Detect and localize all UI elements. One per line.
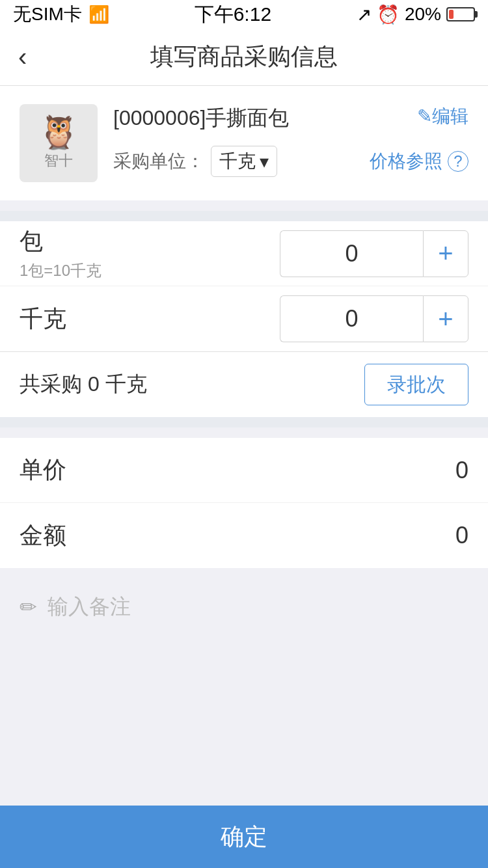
kg-controls: 0 + (280, 295, 468, 342)
edit-button[interactable]: ✎编辑 (417, 104, 468, 129)
section-divider-1 (0, 211, 488, 221)
alarm-icon: ⏰ (377, 4, 400, 25)
bao-label: 包 1包=10千克 (20, 226, 102, 281)
section-divider-3 (0, 417, 488, 427)
summary-text: 共采购 0 千克 (20, 370, 147, 399)
unit-label: 采购单位： 千克 ▾ (113, 146, 277, 177)
bao-input-row: 包 1包=10千克 0 + (0, 221, 488, 286)
bao-label-sub: 1包=10千克 (20, 260, 102, 281)
back-button[interactable]: ‹ (18, 42, 27, 72)
page-title: 填写商品采购信息 (150, 41, 338, 73)
unit-price-row: 单价 0 (0, 438, 488, 503)
bao-controls: 0 + (280, 230, 468, 277)
status-right: ↗ ⏰ 20% (357, 4, 475, 25)
gps-icon: ↗ (357, 4, 372, 25)
status-bar: 无SIM卡 📶 下午6:12 ↗ ⏰ 20% (0, 0, 488, 29)
status-left: 无SIM卡 📶 (13, 2, 109, 27)
note-icon: ✏ (20, 595, 37, 619)
kg-input[interactable]: 0 (280, 295, 423, 342)
dropdown-arrow: ▾ (260, 151, 269, 172)
unit-label-text: 采购单位： (113, 149, 204, 174)
kg-label-main: 千克 (20, 303, 66, 335)
amount-row: 金额 0 (0, 503, 488, 568)
unit-price-label: 单价 (20, 454, 66, 486)
batch-button[interactable]: 录批次 (364, 364, 468, 405)
price-ref-button[interactable]: 价格参照 ? (370, 149, 468, 174)
product-thumb-icon: 🦉 (38, 116, 79, 148)
bao-label-main: 包 (20, 226, 102, 258)
input-section: 包 1包=10千克 0 + 千克 0 + (0, 221, 488, 351)
note-input[interactable]: 输入备注 (47, 593, 131, 621)
unit-dropdown[interactable]: 千克 ▾ (211, 146, 277, 177)
bao-input[interactable]: 0 (280, 230, 423, 277)
status-time: 下午6:12 (195, 1, 271, 28)
battery-pct: 20% (405, 4, 441, 25)
product-thumbnail: 🦉 智十 (20, 104, 98, 182)
kg-plus-button[interactable]: + (423, 295, 468, 342)
confirm-button[interactable]: 确定 (0, 806, 488, 868)
battery-icon (446, 7, 475, 21)
unit-price-value: 0 (455, 457, 468, 484)
price-ref-help-icon: ? (448, 151, 468, 172)
amount-label: 金额 (20, 520, 66, 552)
summary-row: 共采购 0 千克 录批次 (0, 352, 488, 417)
product-card: 🦉 智十 [0000006]手撕面包 ✎编辑 采购单位： 千克 ▾ 价格参照 ? (0, 86, 488, 200)
kg-label: 千克 (20, 303, 66, 335)
product-name: [0000006]手撕面包 (113, 104, 289, 133)
product-meta: 采购单位： 千克 ▾ 价格参照 ? (113, 146, 468, 177)
amount-value: 0 (455, 522, 468, 549)
price-section: 单价 0 金额 0 (0, 438, 488, 568)
kg-input-row: 千克 0 + (0, 286, 488, 351)
wifi-icon: 📶 (88, 5, 109, 25)
product-header: [0000006]手撕面包 ✎编辑 (113, 104, 468, 133)
bao-plus-button[interactable]: + (423, 230, 468, 277)
nav-bar: ‹ 填写商品采购信息 (0, 29, 488, 86)
note-section[interactable]: ✏ 输入备注 (0, 568, 488, 646)
confirm-label: 确定 (221, 821, 267, 853)
price-ref-label: 价格参照 (370, 149, 442, 174)
product-info: [0000006]手撕面包 ✎编辑 采购单位： 千克 ▾ 价格参照 ? (113, 104, 468, 177)
unit-value: 千克 (219, 149, 256, 174)
product-thumb-text: 智十 (44, 151, 73, 170)
carrier-label: 无SIM卡 (13, 2, 82, 27)
